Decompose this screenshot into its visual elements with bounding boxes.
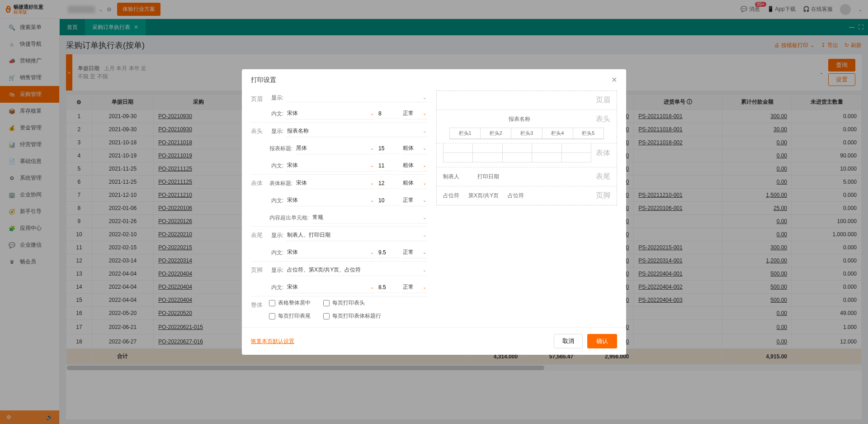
section-label: 表头 bbox=[251, 123, 269, 140]
chevron-down-icon: ⌄ bbox=[423, 233, 426, 238]
display-value: 制表人、打印日期 bbox=[287, 231, 330, 239]
chevron-down-icon: ⌄ bbox=[370, 111, 374, 116]
tablehead-body-size-input[interactable] bbox=[377, 161, 399, 171]
close-icon[interactable]: ✕ bbox=[611, 76, 617, 84]
chevron-down-icon: ⌄ bbox=[423, 181, 426, 186]
chevron-down-icon: ⌄ bbox=[370, 198, 374, 203]
pageheader-display-select[interactable]: ⌄ bbox=[286, 93, 427, 102]
preview-placeholder-2: 占位符 bbox=[508, 192, 524, 200]
tablebody-title-font-select[interactable]: 宋体⌄ bbox=[295, 177, 375, 189]
weight-value: 粗体 bbox=[403, 179, 414, 187]
chk-head-each[interactable]: 每页打印表头 bbox=[323, 299, 365, 307]
tablefoot-display-select[interactable]: 制表人、打印日期⌄ bbox=[286, 229, 427, 241]
pageheader-size-input[interactable] bbox=[377, 109, 399, 119]
pageheader-font-select[interactable]: 宋体⌄ bbox=[286, 108, 375, 119]
font-value: 宋体 bbox=[287, 110, 298, 117]
preview-column: 页眉 报表名称 表头 栏头1栏头2栏头3栏头4栏头5 bbox=[436, 91, 617, 323]
display-label: 显示: bbox=[269, 94, 283, 102]
weight-value: 粗体 bbox=[403, 144, 414, 152]
chk-label: 每页打印表体标题行 bbox=[332, 312, 381, 320]
section-label: 表尾 bbox=[251, 227, 269, 244]
tablehead-title-weight-select[interactable]: 粗体⌄ bbox=[402, 143, 427, 154]
weight-value: 正常 bbox=[403, 110, 414, 117]
chk-foot-each[interactable]: 每页打印表尾 bbox=[269, 312, 311, 320]
cancel-button[interactable]: 取消 bbox=[554, 334, 583, 348]
chevron-down-icon: ⌄ bbox=[423, 129, 426, 133]
modal-title: 打印设置 bbox=[251, 76, 276, 84]
preview-maker: 制表人 bbox=[443, 173, 459, 181]
body-label: 内文: bbox=[269, 249, 283, 257]
chevron-down-icon: ⌄ bbox=[423, 215, 426, 220]
tablehead-display-select[interactable]: 报表名称⌄ bbox=[286, 125, 427, 137]
tablefoot-size-input[interactable] bbox=[377, 248, 399, 258]
font-value: 黑体 bbox=[296, 144, 307, 152]
pagefoot-size-input[interactable] bbox=[377, 282, 399, 293]
tablefoot-font-select[interactable]: 宋体⌄ bbox=[286, 247, 375, 258]
chevron-down-icon: ⌄ bbox=[370, 181, 374, 186]
tablefoot-weight-select[interactable]: 正常⌄ bbox=[402, 247, 427, 258]
chevron-down-icon: ⌄ bbox=[423, 267, 426, 272]
preview-col-header: 栏头1 bbox=[450, 128, 481, 139]
tablehead-body-font-select[interactable]: 宋体⌄ bbox=[286, 160, 375, 172]
display-value: 占位符、第X页/共Y页、占位符 bbox=[287, 266, 361, 274]
preview-col-header: 栏头4 bbox=[542, 128, 573, 139]
tablebody-title-weight-select[interactable]: 粗体⌄ bbox=[402, 177, 427, 189]
preview-col-header: 栏头2 bbox=[481, 128, 511, 139]
tablebody-body-font-select[interactable]: 宋体⌄ bbox=[286, 195, 375, 206]
modal-footer: 恢复本页默认设置 取消 确认 bbox=[242, 327, 626, 355]
tablehead-body-weight-select[interactable]: 粗体⌄ bbox=[402, 160, 427, 172]
pagefoot-font-select[interactable]: 宋体⌄ bbox=[286, 281, 375, 293]
chevron-down-icon: ⌄ bbox=[423, 250, 426, 255]
overflow-label: 内容超出单元格: bbox=[269, 214, 309, 222]
tablehead-title-font-select[interactable]: 黑体⌄ bbox=[295, 143, 375, 154]
chevron-down-icon: ⌄ bbox=[370, 285, 374, 290]
ok-button[interactable]: 确认 bbox=[587, 334, 617, 348]
chevron-down-icon: ⌄ bbox=[423, 163, 426, 168]
font-value: 宋体 bbox=[296, 179, 307, 187]
restore-defaults-link[interactable]: 恢复本页默认设置 bbox=[251, 338, 294, 345]
chevron-down-icon: ⌄ bbox=[370, 146, 374, 151]
chk-center-input[interactable] bbox=[269, 300, 275, 306]
body-label: 内文: bbox=[269, 284, 283, 291]
section-page-foot: 页脚 显示: 占位符、第X页/共Y页、占位符⌄ 内文: 宋体⌄ 正常⌄ bbox=[251, 261, 427, 296]
tablebody-body-weight-select[interactable]: 正常⌄ bbox=[402, 195, 427, 206]
preview-body-grid bbox=[443, 143, 591, 162]
chk-body-title-each-input[interactable] bbox=[323, 313, 330, 319]
preview-pagefoot-items: 占位符 第X页/共Y页 占位符 bbox=[443, 192, 596, 200]
preview-label: 页脚 bbox=[596, 191, 610, 200]
chk-body-title-each[interactable]: 每页打印表体标题行 bbox=[323, 312, 381, 320]
section-label: 整体 bbox=[251, 296, 269, 314]
preview-placeholder-1: 占位符 bbox=[443, 192, 459, 200]
preview-header-grid: 栏头1栏头2栏头3栏头4栏头5 bbox=[449, 128, 604, 139]
display-value: 报表名称 bbox=[287, 127, 309, 135]
chk-center[interactable]: 表格整体居中 bbox=[269, 299, 311, 307]
preview-col-header: 栏头3 bbox=[511, 128, 542, 139]
weight-value: 正常 bbox=[403, 196, 414, 204]
preview-print-date: 打印日期 bbox=[477, 173, 499, 181]
title-label: 表体标题: bbox=[269, 180, 292, 187]
body-label: 内文: bbox=[269, 197, 283, 205]
section-table-foot: 表尾 显示: 制表人、打印日期⌄ 内文: 宋体⌄ 正常⌄ bbox=[251, 226, 427, 261]
tablebody-body-size-input[interactable] bbox=[377, 195, 399, 206]
display-label: 显示: bbox=[269, 267, 283, 274]
pageheader-weight-select[interactable]: 正常⌄ bbox=[402, 108, 427, 119]
chk-label: 表格整体居中 bbox=[278, 299, 311, 307]
pagefoot-weight-select[interactable]: 正常⌄ bbox=[402, 281, 427, 293]
font-value: 宋体 bbox=[287, 248, 298, 256]
section-label: 表体 bbox=[251, 175, 269, 192]
preview-page-foot: 占位符 第X页/共Y页 占位符 页脚 bbox=[437, 186, 617, 205]
body-label: 内文: bbox=[269, 110, 283, 118]
tablebody-overflow-select[interactable]: 常规⌄ bbox=[311, 212, 427, 224]
section-label: 页眉 bbox=[251, 91, 269, 108]
preview-report-name: 报表名称 bbox=[443, 115, 596, 123]
preview-table-foot: 制表人 打印日期 表尾 bbox=[437, 167, 617, 186]
tablebody-title-size-input[interactable] bbox=[377, 178, 399, 189]
pagefoot-display-select[interactable]: 占位符、第X页/共Y页、占位符⌄ bbox=[286, 264, 427, 276]
tablehead-title-size-input[interactable] bbox=[377, 143, 399, 154]
chevron-down-icon: ⌄ bbox=[423, 95, 426, 100]
chk-head-each-input[interactable] bbox=[323, 300, 330, 306]
chevron-down-icon: ⌄ bbox=[370, 163, 374, 168]
chk-foot-each-input[interactable] bbox=[269, 313, 275, 319]
preview-page-xy: 第X页/共Y页 bbox=[468, 192, 499, 200]
modal-body: 页眉 显示: ⌄ 内文: 宋体⌄ 正常⌄ bbox=[242, 91, 626, 327]
